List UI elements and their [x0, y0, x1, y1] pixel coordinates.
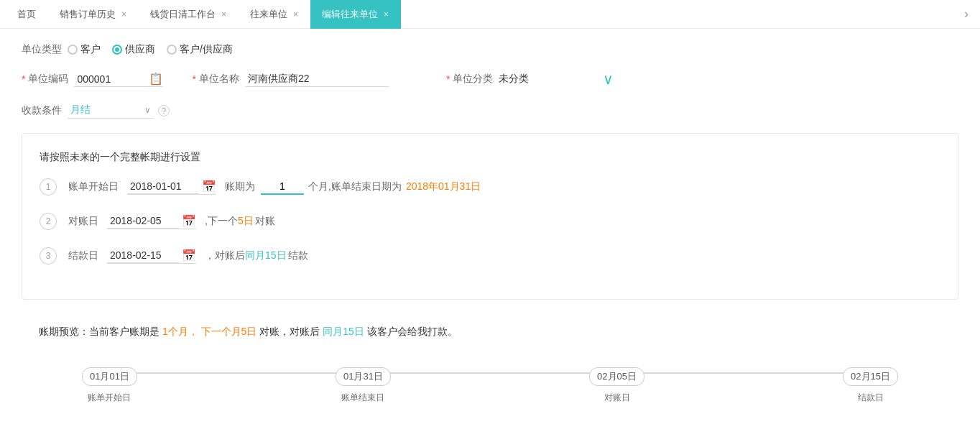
- unit-type-field: 单位类型 客户 供应商 客户/供应商: [22, 43, 233, 56]
- radio-supplier[interactable]: 供应商: [112, 43, 155, 56]
- step-2-highlight: 5日: [238, 215, 254, 228]
- tab-home[interactable]: 首页: [6, 0, 48, 29]
- radio-customer[interactable]: 客户: [68, 43, 101, 56]
- unit-type-radio-group: 客户 供应商 客户/供应商: [68, 43, 233, 56]
- payment-row: 收款条件 月结 ∨ ?: [22, 102, 958, 119]
- radio-customer-label: 客户: [80, 43, 101, 56]
- code-name-row: * 单位编码 📋 * 单位名称 * 单位分类 未分类 ∨: [22, 70, 958, 88]
- radio-customer-circle: [68, 45, 78, 55]
- timeline: 01月01日 账单开始日 01月31日 账单结束日 02月05日 对账日 02月…: [68, 360, 912, 426]
- category-value: 未分类: [499, 73, 603, 86]
- payment-label: 收款条件: [22, 104, 62, 117]
- name-field: * 单位名称: [192, 72, 388, 87]
- preview-label: 账期预览：当前客户账期是: [39, 326, 160, 337]
- step-2-num: 2: [40, 213, 57, 230]
- payment-help-icon[interactable]: ?: [158, 105, 170, 116]
- code-input-wrapper: 📋: [74, 72, 163, 87]
- tab-cash-work[interactable]: 钱货日清工作台 ×: [139, 0, 239, 29]
- step-2-suffix: 对账: [255, 215, 275, 228]
- timeline-bubble-1: 01月31日: [336, 367, 391, 386]
- panel-title: 请按照未来的一个完整帐期进行设置: [40, 151, 940, 164]
- payment-field: 收款条件 月结 ∨ ?: [22, 102, 170, 119]
- radio-both-label: 客户/供应商: [180, 43, 233, 56]
- timeline-bubble-0: 01月01日: [82, 367, 137, 386]
- step-1-calendar-icon[interactable]: 📅: [202, 180, 216, 193]
- payment-value: 月结: [70, 104, 142, 116]
- step-3-date-input[interactable]: [107, 248, 179, 263]
- code-copy-icon[interactable]: 📋: [149, 72, 163, 86]
- category-label: 单位分类: [453, 73, 493, 86]
- step-3-label: 结款日: [68, 249, 98, 262]
- step-3-row: 3 结款日 📅 ，对账后 同月15日 结款: [40, 247, 940, 264]
- radio-both[interactable]: 客户/供应商: [167, 43, 233, 56]
- unit-type-label: 单位类型: [22, 43, 62, 56]
- close-edit-partner-icon[interactable]: ×: [384, 9, 389, 19]
- step-2-label: 对账日: [68, 215, 98, 228]
- preview-part3: 对账，对账后: [259, 326, 320, 337]
- step-1-label: 账单开始日: [68, 180, 119, 193]
- timeline-label-3: 结款日: [858, 392, 884, 404]
- tab-edit-partner[interactable]: 编辑往来单位 ×: [310, 0, 401, 29]
- close-sales-history-icon[interactable]: ×: [121, 9, 126, 19]
- preview-part4: 同月15日: [323, 326, 364, 337]
- tab-edit-partner-label: 编辑往来单位: [322, 8, 378, 21]
- step-3-prefix: ，对账后: [205, 249, 245, 262]
- radio-both-circle: [167, 45, 177, 55]
- close-partner-icon[interactable]: ×: [293, 9, 298, 19]
- timeline-label-2: 对账日: [604, 392, 630, 404]
- timeline-node-1: 01月31日 账单结束日: [336, 367, 391, 404]
- preview-section: 账期预览：当前客户账期是 1个月， 下一个月5日 对账，对账后 同月15日 该客…: [22, 314, 958, 437]
- timeline-node-3: 02月15日 结款日: [843, 367, 898, 404]
- tab-cash-work-label: 钱货日清工作台: [150, 8, 216, 21]
- step-3-calendar-icon[interactable]: 📅: [182, 249, 196, 262]
- step-2-calendar-icon[interactable]: 📅: [182, 214, 196, 228]
- name-required: *: [192, 73, 195, 85]
- timeline-node-2: 02月05日 对账日: [589, 367, 644, 404]
- preview-text: 账期预览：当前客户账期是 1个月， 下一个月5日 对账，对账后 同月15日 该客…: [39, 326, 941, 339]
- step-1-end-date: 2018年01月31日: [406, 180, 481, 193]
- radio-supplier-circle: [112, 45, 122, 55]
- step-1-suffix-after: 个月,账单结束日期为: [308, 180, 402, 193]
- tab-scroll-right-icon[interactable]: ›: [958, 6, 974, 22]
- name-input[interactable]: [245, 72, 389, 87]
- code-field: * 单位编码 📋: [22, 72, 163, 87]
- code-input[interactable]: [74, 72, 146, 86]
- tab-sales-history[interactable]: 销售订单历史 ×: [48, 0, 139, 29]
- step-1-num: 1: [40, 178, 57, 196]
- preview-part2: 下一个月5日: [201, 326, 257, 337]
- timeline-bubble-3: 02月15日: [843, 367, 898, 386]
- unit-type-row: 单位类型 客户 供应商 客户/供应商: [22, 43, 958, 56]
- step-2-date-input[interactable]: [107, 213, 179, 229]
- timeline-container: 01月01日 账单开始日 01月31日 账单结束日 02月05日 对账日 02月…: [39, 360, 941, 426]
- step-3-highlight: 同月15日: [245, 249, 287, 262]
- step-2-row: 2 对账日 📅 ,下一个 5日 对账: [40, 213, 940, 230]
- tab-partner-label: 往来单位: [250, 8, 287, 21]
- payment-select[interactable]: 月结 ∨: [68, 102, 154, 119]
- step-3-num: 3: [40, 247, 57, 264]
- tab-partner[interactable]: 往来单位 ×: [239, 0, 310, 29]
- timeline-node-0: 01月01日 账单开始日: [82, 367, 137, 404]
- step-1-suffix-before: 账期为: [225, 180, 255, 193]
- tab-sales-history-label: 销售订单历史: [60, 8, 116, 21]
- step-1-period-input[interactable]: [261, 179, 304, 195]
- payment-dropdown-icon: ∨: [144, 105, 151, 115]
- tabs-bar: 首页 销售订单历史 × 钱货日清工作台 × 往来单位 × 编辑往来单位 × ›: [0, 0, 980, 29]
- step-1-date-wrapper: 📅: [127, 179, 216, 195]
- category-dropdown-icon: ∨: [603, 70, 614, 88]
- preview-part5: 该客户会给我打款。: [367, 326, 458, 337]
- radio-supplier-label: 供应商: [125, 43, 155, 56]
- step-3-suffix: 结款: [288, 249, 308, 262]
- code-label: 单位编码: [28, 73, 68, 86]
- timeline-bubble-2: 02月05日: [589, 367, 644, 386]
- preview-part1: 1个月，: [162, 326, 198, 337]
- main-content: 单位类型 客户 供应商 客户/供应商 * 单位编码: [0, 29, 980, 437]
- name-label: 单位名称: [199, 73, 239, 86]
- step-1-date-input[interactable]: [127, 179, 199, 194]
- code-required: *: [22, 73, 25, 85]
- close-cash-work-icon[interactable]: ×: [221, 9, 226, 19]
- timeline-label-0: 账单开始日: [88, 392, 131, 404]
- category-required: *: [446, 73, 450, 85]
- step-1-row: 1 账单开始日 📅 账期为 个月,账单结束日期为 2018年01月31日: [40, 178, 940, 196]
- timeline-label-1: 账单结束日: [341, 392, 384, 404]
- category-select[interactable]: 未分类 ∨: [499, 70, 614, 88]
